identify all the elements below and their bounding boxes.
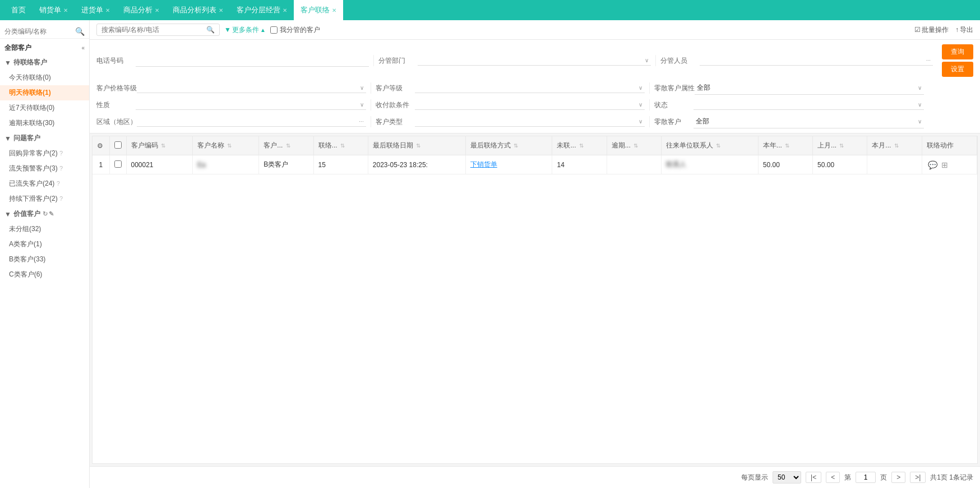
batch-op-btn[interactable]: ☑ 批量操作 bbox=[914, 25, 949, 35]
nav-item-analysis-list[interactable]: 商品分析列表 ✕ bbox=[166, 0, 230, 20]
sidebar-item-today[interactable]: 今天待联络(0) bbox=[0, 70, 89, 85]
filter-label-nature: 性质 bbox=[96, 100, 136, 110]
sidebar-item-tomorrow[interactable]: 明天待联络(1) bbox=[0, 85, 89, 100]
col-settings[interactable]: ⚙ bbox=[93, 136, 109, 155]
last-page-btn[interactable]: >| bbox=[910, 472, 926, 483]
col-header-last-method[interactable]: 最后联络方式 ⇅ bbox=[465, 136, 552, 155]
nav-item-home[interactable]: 首页 bbox=[4, 0, 33, 20]
col-header-this-month[interactable]: 本月... ⇅ bbox=[867, 136, 922, 155]
grid-icon[interactable]: ⊞ bbox=[941, 160, 948, 169]
col-header-uncontacted[interactable]: 未联... ⇅ bbox=[552, 136, 607, 155]
close-icon[interactable]: ✕ bbox=[63, 7, 68, 13]
chat-icon[interactable]: 💬 bbox=[928, 160, 937, 169]
filter-dept-select[interactable]: ∨ bbox=[418, 56, 651, 66]
sidebar-item-declining[interactable]: 持续下滑客户(2) ? bbox=[0, 191, 89, 206]
sidebar-item-churned[interactable]: 已流失客户(24) ? bbox=[0, 176, 89, 191]
filter-retail-attr-select[interactable]: 全部 ∨ bbox=[695, 81, 924, 95]
sidebar-item-7days[interactable]: 近7天待联络(0) bbox=[0, 100, 89, 116]
col-header-action: 联络动作 bbox=[922, 136, 977, 155]
sidebar-item-churn-warning[interactable]: 流失预警客户(3) ? bbox=[0, 161, 89, 176]
page-input[interactable] bbox=[856, 472, 876, 483]
close-icon[interactable]: ✕ bbox=[283, 7, 287, 13]
col-header-last-month[interactable]: 上月... ⇅ bbox=[813, 136, 867, 155]
search-input[interactable] bbox=[101, 26, 206, 34]
filter-label-customer-level: 客户等级 bbox=[376, 84, 415, 93]
filter-label-retail: 零散客户 bbox=[654, 117, 694, 127]
chevron-down-icon: ∨ bbox=[360, 102, 364, 108]
first-page-btn[interactable]: |< bbox=[806, 472, 821, 483]
filter-phone-input[interactable] bbox=[136, 55, 369, 67]
sidebar-item-repurchase-abnormal[interactable]: 回购异常客户(2) ? bbox=[0, 146, 89, 161]
filter-payment-select[interactable]: ∨ bbox=[415, 100, 645, 110]
export-icon: ↑ bbox=[955, 26, 959, 34]
nav-item-customer-contact[interactable]: 客户联络 ✕ bbox=[294, 0, 343, 20]
filter-label-price-level: 客户价格等级 bbox=[96, 84, 137, 93]
filter-status-select[interactable]: ∨ bbox=[694, 100, 924, 110]
sidebar-item-class-b[interactable]: B类客户(33) bbox=[0, 252, 89, 267]
settings-icon: ⚙ bbox=[97, 142, 103, 150]
sidebar-item-overdue[interactable]: 逾期未联络(30) bbox=[0, 116, 89, 131]
sidebar-item-class-c[interactable]: C类客户(6) bbox=[0, 267, 89, 282]
all-customers-label: 全部客户 bbox=[4, 43, 31, 53]
sort-icon: ⇅ bbox=[785, 142, 789, 149]
nav-item-purchase[interactable]: 进货单 ✕ bbox=[75, 0, 117, 20]
sidebar-search-input[interactable] bbox=[4, 27, 75, 35]
sidebar: 🔍 全部客户 « ▼ 待联络客户 今天待联络(0) 明天待联络(1) 近7天待联… bbox=[0, 20, 90, 488]
my-customers-checkbox[interactable]: 我分管的客户 bbox=[270, 25, 320, 35]
export-btn[interactable]: ↑ 导出 bbox=[955, 25, 973, 35]
toolbar-search-box[interactable]: 🔍 bbox=[96, 24, 220, 36]
filter-retail-select[interactable]: 全部 ∨ bbox=[694, 115, 924, 128]
col-header-last-date[interactable]: 最后联络日期 ⇅ bbox=[368, 136, 465, 155]
filter-region-select[interactable]: ··· bbox=[137, 117, 366, 127]
col-header-name[interactable]: 客户名称 ⇅ bbox=[192, 136, 258, 155]
col-checkbox[interactable] bbox=[109, 136, 126, 155]
sidebar-item-class-a[interactable]: A类客户(1) bbox=[0, 237, 89, 252]
filter-customer-type-select[interactable]: ∨ bbox=[415, 117, 645, 127]
filter-person-select[interactable]: ··· bbox=[700, 56, 933, 66]
col-header-this-year[interactable]: 本年... ⇅ bbox=[758, 136, 812, 155]
prev-page-btn[interactable]: < bbox=[826, 472, 840, 483]
group-label-problem: 问题客户 bbox=[13, 133, 40, 143]
chevron-down-icon: ∨ bbox=[639, 85, 642, 91]
page-suffix: 页 bbox=[880, 473, 887, 482]
filter-price-level-select[interactable]: ∨ bbox=[137, 83, 366, 93]
filter-nature-select[interactable]: ∨ bbox=[136, 100, 366, 110]
col-header-contacts[interactable]: 联络... ⇅ bbox=[313, 136, 368, 155]
col-header-overdue[interactable]: 逾期... ⇅ bbox=[607, 136, 661, 155]
sort-icon: ⇅ bbox=[286, 142, 290, 149]
row-name[interactable]: Ea bbox=[192, 155, 258, 174]
collapse-icon[interactable]: « bbox=[81, 45, 85, 51]
per-page-select[interactable]: 50 100 200 bbox=[773, 471, 801, 484]
row-checkbox[interactable] bbox=[109, 155, 126, 174]
close-icon[interactable]: ✕ bbox=[332, 7, 336, 13]
col-header-code[interactable]: 客户编码 ⇅ bbox=[126, 136, 192, 155]
search-icon[interactable]: 🔍 bbox=[206, 26, 215, 34]
filter-customer-level-select[interactable]: ∨ bbox=[415, 83, 645, 93]
filter-panel: 电话号码 分管部门 ∨ 分管人员 ··· bbox=[90, 40, 980, 133]
row-last-method[interactable]: 下销货单 bbox=[465, 155, 552, 174]
row-overdue bbox=[607, 155, 661, 174]
nav-item-customer-segment[interactable]: 客户分层经营 ✕ bbox=[230, 0, 294, 20]
edit-icon[interactable]: ✎ bbox=[49, 210, 54, 218]
close-icon[interactable]: ✕ bbox=[155, 7, 159, 13]
table-row: 1 000021 Ea B类客户 15 2023-05-23 18:25: 下销… bbox=[93, 155, 977, 174]
query-button[interactable]: 查询 bbox=[942, 44, 973, 59]
refresh-icon[interactable]: ↻ bbox=[43, 210, 48, 218]
nav-item-analysis[interactable]: 商品分析 ✕ bbox=[117, 0, 166, 20]
col-header-type[interactable]: 客户... ⇅ bbox=[259, 136, 313, 155]
close-icon[interactable]: ✕ bbox=[105, 7, 110, 13]
nav-item-sales[interactable]: 销货单 ✕ bbox=[33, 0, 75, 20]
close-icon[interactable]: ✕ bbox=[219, 7, 223, 13]
select-all-checkbox[interactable] bbox=[114, 141, 122, 149]
col-header-contact-person[interactable]: 往来单位联系人 ⇅ bbox=[662, 136, 759, 155]
settings-button[interactable]: 设置 bbox=[942, 62, 973, 77]
filter-toggle[interactable]: ▼ 更多条件 ▲ bbox=[224, 25, 266, 35]
next-page-btn[interactable]: > bbox=[891, 472, 905, 483]
per-page-label: 每页显示 bbox=[741, 473, 768, 482]
chevron-down-icon: ∨ bbox=[639, 102, 642, 108]
sidebar-item-ungrouped[interactable]: 未分组(32) bbox=[0, 222, 89, 237]
sort-icon: ⇅ bbox=[579, 142, 584, 149]
row-code: 000021 bbox=[126, 155, 192, 174]
sort-icon: ⇅ bbox=[514, 142, 518, 149]
sort-icon: ⇅ bbox=[161, 142, 165, 149]
